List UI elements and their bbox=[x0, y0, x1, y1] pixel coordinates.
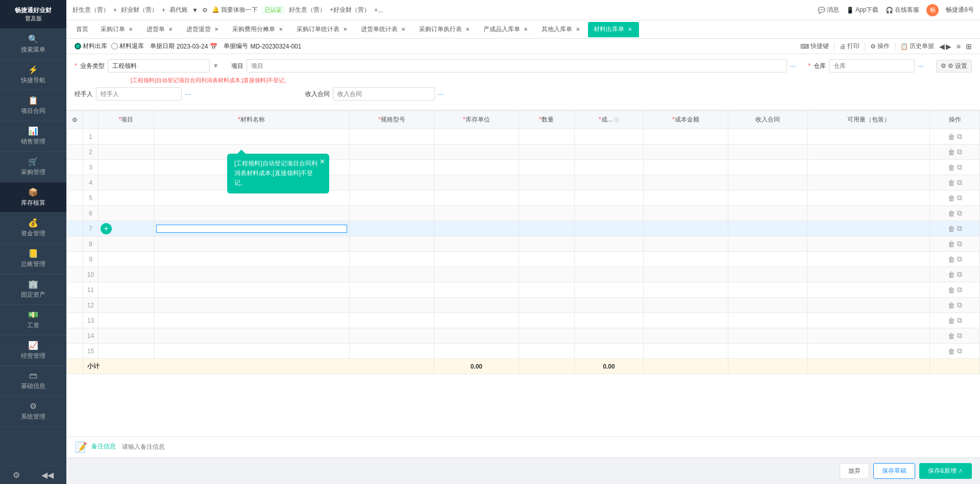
discard-btn[interactable]: 放弃 bbox=[840, 463, 869, 479]
nav-experience[interactable]: 🔔 我要体验一下 bbox=[212, 6, 258, 14]
row-6-col-0[interactable] bbox=[99, 206, 154, 221]
row-13-col-2[interactable] bbox=[350, 313, 434, 328]
col-settings[interactable]: ⚙ bbox=[67, 111, 83, 129]
sidebar-item-search[interactable]: 🔍搜索菜单 bbox=[0, 29, 66, 60]
row-delete-btn-7[interactable]: 🗑 bbox=[948, 225, 955, 233]
row-1-col-6[interactable] bbox=[644, 129, 728, 144]
row-delete-btn-11[interactable]: 🗑 bbox=[948, 286, 955, 294]
business-type-dropdown[interactable]: ▼ bbox=[213, 62, 219, 69]
row-7-col8[interactable] bbox=[728, 221, 807, 236]
row-10-col-1[interactable] bbox=[154, 267, 349, 282]
tab-------[interactable]: 进货单统计表✕ bbox=[355, 22, 412, 37]
row-14-col-6[interactable] bbox=[644, 328, 728, 344]
row-14-col-4[interactable] bbox=[519, 328, 574, 344]
row-13-col-1[interactable] bbox=[154, 313, 349, 328]
row-1-col-2[interactable] bbox=[350, 129, 434, 144]
row-12-col-6[interactable] bbox=[644, 298, 728, 313]
row-6-col-1[interactable] bbox=[154, 206, 349, 221]
row-15-col-1[interactable] bbox=[154, 344, 349, 359]
nav-haoshengyi[interactable]: 好生意（营） bbox=[72, 6, 109, 14]
row-9-col-5[interactable] bbox=[574, 252, 644, 267]
date-value[interactable]: 2023-03-24 bbox=[177, 43, 208, 50]
calendar-icon[interactable]: 📅 bbox=[210, 43, 217, 50]
row-8-col-0[interactable] bbox=[99, 236, 154, 252]
row-15-col-7[interactable] bbox=[728, 344, 807, 359]
row-delete-btn-1[interactable]: 🗑 bbox=[948, 133, 955, 141]
row-copy-btn-13[interactable]: ⧉ bbox=[957, 316, 962, 325]
row-9-col-8[interactable] bbox=[807, 252, 929, 267]
row-15-col-2[interactable] bbox=[350, 344, 434, 359]
row-7-col6[interactable] bbox=[574, 221, 644, 236]
row-11-col-1[interactable] bbox=[154, 282, 349, 298]
tab--------[interactable]: 采购订单执行表✕ bbox=[413, 22, 477, 37]
row-8-col-2[interactable] bbox=[350, 236, 434, 252]
row-delete-btn-3[interactable]: 🗑 bbox=[948, 163, 955, 172]
tab-close-6[interactable]: ✕ bbox=[400, 26, 407, 33]
sidebar-item-assets[interactable]: 🏢固定资产 bbox=[0, 274, 66, 305]
row-10-col-4[interactable] bbox=[519, 267, 574, 282]
row-2-col-0[interactable] bbox=[99, 144, 154, 160]
row-5-col-7[interactable] bbox=[728, 190, 807, 206]
row-delete-btn-9[interactable]: 🗑 bbox=[948, 255, 955, 263]
tab-close-2[interactable]: ✕ bbox=[167, 26, 174, 33]
tab-------[interactable]: 产成品入库单✕ bbox=[478, 22, 535, 37]
row-delete-btn-15[interactable]: 🗑 bbox=[948, 347, 955, 355]
radio-material-return[interactable]: 材料退库 bbox=[111, 42, 144, 51]
row-delete-btn-10[interactable]: 🗑 bbox=[948, 271, 955, 279]
row-4-col-6[interactable] bbox=[644, 175, 728, 190]
row-15-col-6[interactable] bbox=[644, 344, 728, 359]
row-copy-btn-14[interactable]: ⧉ bbox=[957, 331, 962, 340]
row-delete-btn-4[interactable]: 🗑 bbox=[948, 179, 955, 187]
row-13-col-5[interactable] bbox=[574, 313, 644, 328]
row-12-col-8[interactable] bbox=[807, 298, 929, 313]
row-8-col-3[interactable] bbox=[434, 236, 519, 252]
row-4-col-8[interactable] bbox=[807, 175, 929, 190]
row-delete-btn-8[interactable]: 🗑 bbox=[948, 240, 955, 248]
row-6-col-3[interactable] bbox=[434, 206, 519, 221]
nav-haoyecai2[interactable]: +好业财（营） bbox=[330, 6, 370, 14]
prev-arrow[interactable]: ◀ bbox=[939, 42, 945, 51]
row-12-col-7[interactable] bbox=[728, 298, 807, 313]
memo-input[interactable] bbox=[120, 441, 972, 452]
row-13-col-8[interactable] bbox=[807, 313, 929, 328]
row-14-col-0[interactable] bbox=[99, 328, 154, 344]
row-7-col7[interactable] bbox=[644, 221, 728, 236]
settings-icon-top[interactable]: ⚙ bbox=[202, 7, 208, 14]
sidebar-item-purchase[interactable]: 🛒采购管理 bbox=[0, 152, 66, 182]
row-6-col-6[interactable] bbox=[644, 206, 728, 221]
tab-close-3[interactable]: ✕ bbox=[213, 26, 220, 33]
row-10-col-7[interactable] bbox=[728, 267, 807, 282]
row-10-col-2[interactable] bbox=[350, 267, 434, 282]
row-9-col-6[interactable] bbox=[644, 252, 728, 267]
row-12-col-4[interactable] bbox=[519, 298, 574, 313]
row-10-col-6[interactable] bbox=[644, 267, 728, 282]
row-10-col-8[interactable] bbox=[807, 267, 929, 282]
row-9-col-1[interactable] bbox=[154, 252, 349, 267]
row-6-col-7[interactable] bbox=[728, 206, 807, 221]
sidebar-item-sales[interactable]: 📊销售管理 bbox=[0, 121, 66, 152]
row-copy-btn-3[interactable]: ⧉ bbox=[957, 163, 962, 172]
row-6-col-5[interactable] bbox=[574, 206, 644, 221]
view-grid-icon[interactable]: ⊞ bbox=[966, 42, 972, 51]
row-9-col-0[interactable] bbox=[99, 252, 154, 267]
row-7-col9[interactable] bbox=[807, 221, 929, 236]
row-copy-btn-4[interactable]: ⧉ bbox=[957, 178, 962, 187]
tab--------[interactable]: 采购订单统计表✕ bbox=[291, 22, 354, 37]
row-4-col-3[interactable] bbox=[434, 175, 519, 190]
row-15-col-3[interactable] bbox=[434, 344, 519, 359]
sidebar-item-system[interactable]: ⚙系统管理 bbox=[0, 396, 66, 427]
row-2-col-8[interactable] bbox=[807, 144, 929, 160]
row-delete-btn-14[interactable]: 🗑 bbox=[948, 332, 955, 340]
row-6-col-8[interactable] bbox=[807, 206, 929, 221]
row-7-col5[interactable] bbox=[519, 221, 574, 236]
row-9-col-4[interactable] bbox=[519, 252, 574, 267]
row-15-col-8[interactable] bbox=[807, 344, 929, 359]
tab----[interactable]: 进货单✕ bbox=[141, 22, 180, 37]
row-2-col-4[interactable] bbox=[519, 144, 574, 160]
row-copy-btn-15[interactable]: ⧉ bbox=[957, 347, 962, 355]
username[interactable]: 畅捷通8号 bbox=[946, 6, 974, 14]
nav-yidaizhang[interactable]: 易代账 bbox=[169, 6, 188, 14]
row-11-col-8[interactable] bbox=[807, 282, 929, 298]
sidebar-item-salary[interactable]: 💵工资 bbox=[0, 305, 66, 335]
operate-btn[interactable]: ⚙ 操作 bbox=[870, 42, 890, 51]
